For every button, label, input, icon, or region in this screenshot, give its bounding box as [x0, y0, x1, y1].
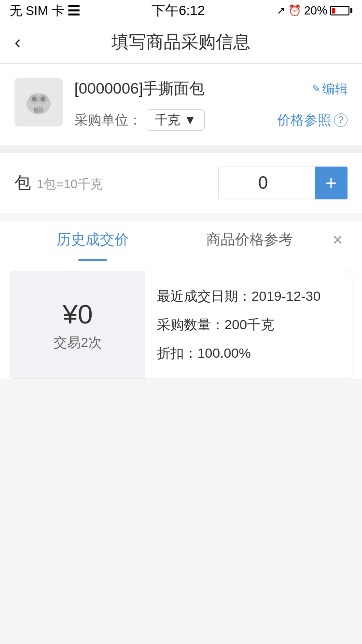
dropdown-arrow-icon: ▼ [184, 112, 196, 127]
page-title: 填写商品采购信息 [111, 30, 251, 54]
date-value: 2019-12-30 [251, 289, 320, 304]
discount-label: 折扣： [157, 346, 197, 361]
product-info: [0000006]手撕面包 ✎ 编辑 采购单位： 千克 ▼ 价格参照 ? [74, 78, 348, 131]
price-card-right: 最近成交日期：2019-12-30 采购数量：200千克 折扣：100.00% [145, 271, 352, 378]
price-discount-row: 折扣：100.00% [157, 343, 340, 364]
price-ref-label: 价格参照 [277, 111, 331, 129]
section-divider [0, 145, 362, 153]
help-icon: ? [334, 113, 348, 127]
discount-value: 100.00% [197, 346, 251, 361]
price-date-row: 最近成交日期：2019-12-30 [157, 286, 340, 308]
unit-selector-group: 采购单位： 千克 ▼ [74, 109, 205, 131]
status-time: 下午6:12 [152, 1, 205, 20]
quantity-plus-button[interactable]: + [315, 167, 348, 199]
bottom-space [0, 391, 362, 644]
tab-price-reference[interactable]: 商品价格参考 [171, 218, 327, 261]
tab-history-price-label: 历史成交价 [56, 231, 129, 247]
date-label: 最近成交日期： [157, 289, 251, 304]
quantity-hint: 1包=10千克 [37, 176, 103, 193]
product-header: [0000006]手撕面包 ✎ 编辑 [74, 78, 348, 99]
unit-dropdown[interactable]: 千克 ▼ [147, 109, 205, 131]
edit-button[interactable]: ✎ 编辑 [312, 81, 348, 98]
nav-bar: ‹ 填写商品采购信息 [0, 21, 362, 64]
quantity-input[interactable] [218, 167, 315, 199]
price-amount: ¥0 [63, 298, 93, 330]
status-left: 无 SIM 卡 ☰ [10, 2, 80, 19]
svg-text:数计: 数计 [34, 108, 43, 113]
alarm-icon: ⏰ [288, 4, 301, 17]
product-logo-icon: 数计 [22, 85, 56, 119]
tab-section: 历史成交价 商品价格参考 × ¥0 交易2次 最近成交日期：2019-12-30… [0, 221, 362, 379]
sim-signal-text: 无 SIM 卡 ☰ [10, 2, 80, 19]
price-times: 交易2次 [54, 334, 102, 352]
tab-history-price[interactable]: 历史成交价 [14, 218, 171, 261]
tab-close-button[interactable]: × [328, 225, 348, 255]
quantity-input-group: + [218, 167, 348, 199]
status-bar: 无 SIM 卡 ☰ 下午6:12 ↗ ⏰ 20% [0, 0, 362, 21]
unit-label: 采购单位： [74, 111, 142, 129]
qty-label: 采购数量： [157, 317, 224, 332]
unit-value: 千克 [155, 112, 180, 128]
product-card: 数计 [0000006]手撕面包 ✎ 编辑 采购单位： 千克 ▼ 价格参照 ? [0, 64, 362, 145]
edit-label: 编辑 [322, 81, 348, 98]
price-value: 0 [78, 299, 93, 329]
battery-icon [330, 6, 352, 15]
product-thumbnail: 数计 [14, 78, 63, 126]
tab-price-reference-label: 商品价格参考 [206, 231, 293, 247]
location-icon: ↗ [277, 4, 285, 17]
quantity-label-group: 包 1包=10千克 [14, 172, 103, 194]
quantity-row: 包 1包=10千克 + [0, 153, 362, 213]
tab-bar: 历史成交价 商品价格参考 × [0, 221, 362, 259]
status-right: ↗ ⏰ 20% [277, 4, 352, 17]
svg-point-3 [32, 97, 37, 101]
edit-icon: ✎ [312, 83, 320, 95]
price-card-left: ¥0 交易2次 [10, 271, 145, 378]
qty-value: 200千克 [224, 317, 274, 332]
back-button[interactable]: ‹ [14, 31, 21, 53]
product-name: [0000006]手撕面包 [74, 78, 205, 99]
price-card: ¥0 交易2次 最近成交日期：2019-12-30 采购数量：200千克 折扣：… [10, 271, 352, 379]
price-reference-button[interactable]: 价格参照 ? [277, 111, 348, 129]
battery-percent: 20% [304, 4, 327, 17]
product-unit-row: 采购单位： 千克 ▼ 价格参照 ? [74, 109, 348, 131]
quantity-unit: 包 [14, 172, 31, 194]
currency-symbol: ¥ [63, 299, 78, 329]
svg-point-4 [41, 97, 45, 101]
price-qty-row: 采购数量：200千克 [157, 314, 340, 336]
